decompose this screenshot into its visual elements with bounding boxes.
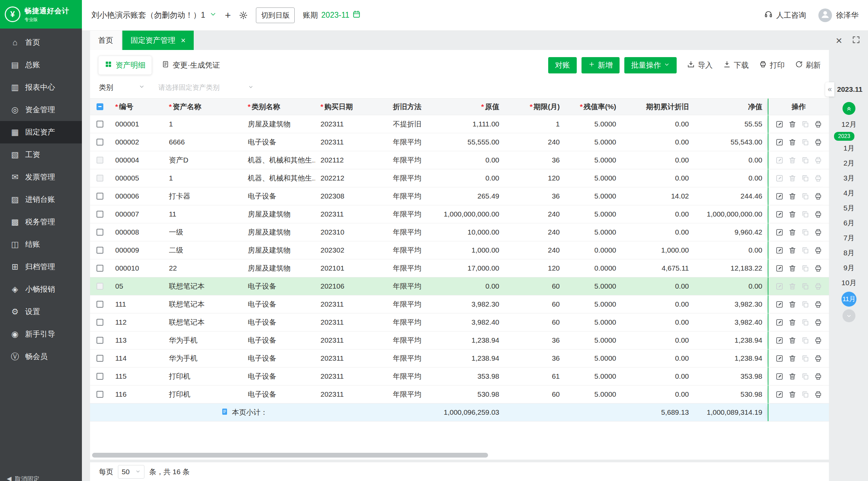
month-item-8月[interactable]: 8月 [844, 245, 855, 260]
row-checkbox[interactable] [97, 229, 103, 236]
scroll-up-button[interactable] [843, 102, 855, 115]
edit-icon[interactable] [775, 300, 784, 309]
table-row[interactable]: 00000711房屋及建筑物202311年限平均1,000,000,000.00… [90, 205, 829, 223]
sidebar-item-trade[interactable]: ▨进销台账 [0, 188, 82, 211]
view-tab-资产明细[interactable]: 资产明细 [98, 56, 152, 75]
print-icon[interactable] [814, 264, 822, 273]
batch-button[interactable]: 批量操作 [624, 57, 677, 73]
edit-icon[interactable] [775, 390, 784, 399]
print-icon[interactable] [814, 120, 822, 128]
row-checkbox[interactable] [97, 373, 103, 380]
month-item-12月[interactable]: 12月 [841, 117, 856, 132]
close-workspace-icon[interactable]: × [836, 35, 842, 46]
row-checkbox[interactable] [97, 139, 103, 145]
month-item-11月[interactable]: 11月 [841, 292, 856, 307]
tab-首页[interactable]: 首页 [90, 31, 121, 50]
table-row[interactable]: 0000051机器、机械和其他生...202212年限平均0.001205.00… [90, 169, 829, 187]
trash-icon[interactable] [788, 300, 797, 309]
gear-icon[interactable] [239, 11, 248, 20]
tab-固定资产管理[interactable]: 固定资产管理× [122, 31, 194, 50]
sidebar-item-fund[interactable]: ◎资金管理 [0, 99, 82, 121]
edit-icon[interactable] [775, 264, 784, 273]
print-icon[interactable] [814, 228, 822, 237]
print-icon[interactable] [814, 192, 822, 201]
edit-icon[interactable] [775, 354, 784, 363]
print-icon[interactable] [814, 210, 822, 219]
row-checkbox[interactable] [97, 391, 103, 398]
table-row[interactable]: 000008一级房屋及建筑物202310年限平均10,000.002405.00… [90, 223, 829, 241]
page-size-select[interactable]: 50 [118, 465, 144, 479]
month-item-3月[interactable]: 3月 [844, 171, 855, 186]
edit-icon[interactable] [775, 210, 784, 219]
sidebar-item-asset[interactable]: ▦固定资产 [0, 121, 82, 143]
print-icon[interactable] [814, 318, 822, 327]
row-checkbox[interactable] [97, 247, 103, 254]
user-menu[interactable]: 徐泽华 [818, 8, 858, 22]
row-checkbox[interactable] [97, 337, 103, 344]
view-tab-变更·生成凭证[interactable]: 变更·生成凭证 [155, 56, 226, 75]
table-row[interactable]: 0000026666电子设备202311年限平均55,555.002405.00… [90, 133, 829, 151]
edit-icon[interactable] [775, 336, 784, 345]
fullscreen-icon[interactable] [852, 35, 861, 46]
month-item-4月[interactable]: 4月 [844, 186, 855, 201]
reconcile-button[interactable]: 对账 [548, 57, 577, 73]
trash-icon[interactable] [788, 318, 797, 327]
table-row[interactable]: 113华为手机电子设备202311年限平均1,238.94365.00000.0… [90, 331, 829, 349]
table-row[interactable]: 000006打卡器电子设备202308年限平均265.49365.000014.… [90, 187, 829, 205]
category-select[interactable]: 类别 [99, 83, 145, 92]
print-button[interactable]: 打印 [759, 60, 785, 70]
trash-icon[interactable] [788, 138, 797, 147]
horizontal-scrollbar-thumb[interactable] [92, 453, 488, 458]
sidebar-item-guide[interactable]: ◉新手引导 [0, 323, 82, 345]
row-checkbox[interactable] [97, 319, 103, 326]
sidebar-item-member[interactable]: Ⓥ畅会员 [0, 345, 82, 368]
print-icon[interactable] [814, 390, 822, 399]
print-icon[interactable] [814, 336, 822, 345]
row-checkbox[interactable] [97, 301, 103, 308]
trash-icon[interactable] [788, 354, 797, 363]
expand-panel-tab[interactable]: « [825, 82, 834, 97]
print-icon[interactable] [814, 300, 822, 309]
tab-close-icon[interactable]: × [181, 36, 186, 45]
month-item-1月[interactable]: 1月 [844, 141, 855, 156]
sidebar-item-invoice[interactable]: ✉发票管理 [0, 166, 82, 188]
table-row[interactable]: 115打印机电子设备202311年限平均353.98615.00000.0035… [90, 367, 829, 385]
month-item-9月[interactable]: 9月 [844, 260, 855, 275]
sidebar-item-ledger[interactable]: ▤总账 [0, 54, 82, 76]
trash-icon[interactable] [788, 228, 797, 237]
row-checkbox[interactable] [97, 211, 103, 218]
table-row[interactable]: 112联想笔记本电子设备202311年限平均3,982.40605.00000.… [90, 313, 829, 331]
table-row[interactable]: 116打印机电子设备202311年限平均530.98605.00000.0053… [90, 385, 829, 403]
download-button[interactable]: 下载 [723, 60, 749, 70]
edit-icon[interactable] [775, 138, 784, 147]
import-button[interactable]: 导入 [687, 60, 713, 70]
add-account-set-button[interactable]: + [225, 10, 231, 20]
edit-icon[interactable] [775, 192, 784, 201]
edit-icon[interactable] [775, 372, 784, 381]
sidebar-item-archive[interactable]: ⊞归档管理 [0, 256, 82, 278]
print-icon[interactable] [814, 372, 822, 381]
month-item-5月[interactable]: 5月 [844, 201, 855, 216]
table-row[interactable]: 000009二级房屋及建筑物202302年限平均1,000.002400.000… [90, 241, 829, 259]
month-item-10月[interactable]: 10月 [841, 275, 856, 290]
trash-icon[interactable] [788, 264, 797, 273]
sidebar-item-closing[interactable]: ◫结账 [0, 233, 82, 256]
category-filter-input[interactable]: 请选择固定资产类别 [158, 83, 254, 92]
support-button[interactable]: 人工咨询 [764, 10, 806, 21]
table-row[interactable]: 0000011房屋及建筑物202311不提折旧1,111.0015.00000.… [90, 115, 829, 133]
sidebar-unpin[interactable]: ◀ 取消固定 [0, 475, 82, 481]
print-icon[interactable] [814, 246, 822, 255]
table-row[interactable]: 000004资产D机器、机械和其他生...202112年限平均0.00365.0… [90, 151, 829, 169]
table-row[interactable]: 111联想笔记本电子设备202311年限平均3,982.30605.00000.… [90, 295, 829, 313]
trash-icon[interactable] [788, 192, 797, 201]
month-item-2月[interactable]: 2月 [844, 156, 855, 171]
account-set-selector[interactable]: 刘小艳演示账套（勿删勿动！）1 [91, 10, 217, 20]
sidebar-item-tax[interactable]: ▩税务管理 [0, 211, 82, 233]
month-item-6月[interactable]: 6月 [844, 216, 855, 230]
edit-icon[interactable] [775, 228, 784, 237]
row-checkbox[interactable] [97, 265, 103, 272]
trash-icon[interactable] [788, 372, 797, 381]
row-checkbox[interactable] [97, 121, 103, 127]
row-checkbox[interactable] [97, 193, 103, 200]
table-row[interactable]: 05联想笔记本电子设备202106年限平均0.00605.00000.000.0… [90, 277, 829, 295]
